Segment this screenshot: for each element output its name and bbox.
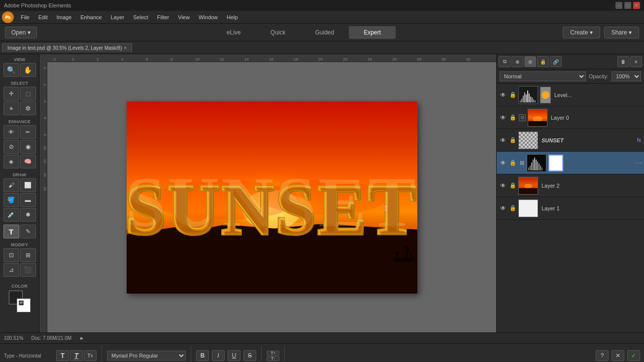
menu-filter[interactable]: Filter <box>153 13 173 22</box>
layer-visibility-toggle[interactable]: 👁 <box>499 181 508 190</box>
layer-row[interactable]: 👁 🔒 <box>497 174 644 197</box>
layer-visibility-toggle[interactable]: 👁 <box>499 204 508 213</box>
modify-tools-2: ⊿ ⬛ <box>2 263 37 277</box>
doc-tab[interactable]: Image in text.psd @ 30.5% (Levels 2, Lay… <box>2 43 132 52</box>
bold-button[interactable]: B <box>196 350 209 361</box>
type-subscript-btn[interactable]: Tx <box>84 350 97 361</box>
ruler-tick-v: 14 <box>43 173 47 177</box>
type-italic-btn[interactable]: T <box>70 350 83 361</box>
clone-tool[interactable]: ⊘ <box>3 140 19 154</box>
italic-button[interactable]: I <box>212 350 225 361</box>
layer-visibility-toggle[interactable]: 👁 <box>499 91 508 99</box>
ruler-tick-v: 4 <box>43 100 47 102</box>
magic-wand-tool[interactable]: ✲ <box>20 101 36 115</box>
eraser-tool[interactable]: ⬜ <box>20 178 36 192</box>
recompose-tool[interactable]: ⊞ <box>20 248 36 262</box>
status-arrow[interactable]: ► <box>79 335 84 341</box>
panel-tool-1[interactable]: ⧉ <box>499 56 510 67</box>
help-button[interactable]: ? <box>596 350 609 361</box>
lasso-tool[interactable]: ⌖ <box>3 101 19 115</box>
paint-tool[interactable]: ✎ <box>20 225 36 238</box>
layer-row[interactable]: 👁 🔒 SUNSET fx <box>497 129 644 152</box>
blend-mode-select[interactable]: Normal Dissolve Multiply Screen Overlay <box>500 71 586 81</box>
paint-bucket-tool[interactable]: 🪣 <box>3 193 19 207</box>
doc-tab-close[interactable]: × <box>124 45 127 51</box>
panel-tool-5[interactable]: 🔗 <box>550 56 562 67</box>
layer-visibility-toggle[interactable]: 👁 <box>499 136 508 145</box>
blur-tool[interactable]: ◉ <box>20 140 36 154</box>
type-regular-btn[interactable]: T <box>56 350 69 361</box>
layer-row[interactable]: 👁 🔒 <box>497 84 644 106</box>
panel-tool-4[interactable]: 🔒 <box>537 56 549 67</box>
hand-tool[interactable]: ✋ <box>20 63 36 77</box>
share-button[interactable]: Share ▾ <box>604 27 639 38</box>
layer-lock-icon[interactable]: 🔒 <box>509 91 517 99</box>
brush-tool[interactable]: 🖌 <box>3 178 19 192</box>
cancel-type-button[interactable]: ✕ <box>611 350 624 361</box>
content-tool[interactable]: ⬛ <box>20 263 36 277</box>
panel-tool-3[interactable]: ⊘ <box>524 56 536 67</box>
maximize-button[interactable]: □ <box>624 2 631 9</box>
menu-help[interactable]: Help <box>223 13 242 22</box>
tab-quick[interactable]: Quick <box>256 26 301 39</box>
layer-lock-icon[interactable]: 🔒 <box>509 159 517 167</box>
zoom-tool[interactable]: 🔍 <box>3 63 19 77</box>
image-canvas[interactable]: SUNSET <box>127 101 417 294</box>
tab-guided[interactable]: Guided <box>300 26 349 39</box>
layer-visibility-toggle[interactable]: 👁 <box>499 113 508 122</box>
panel-tool-2[interactable]: ⊕ <box>511 56 523 67</box>
minimize-button[interactable]: − <box>615 2 622 9</box>
ruler-tick: 4 <box>121 57 123 62</box>
opacity-select[interactable]: 100% 75% 50% 25% <box>611 71 641 81</box>
layer-lock-icon[interactable]: 🔒 <box>509 136 517 144</box>
layer-row-active[interactable]: 👁 🔒 ⛓ <box>497 152 644 174</box>
superscript-btn[interactable]: T+ <box>267 351 279 356</box>
panel-more-button[interactable]: ≡ <box>630 56 642 67</box>
menu-layer[interactable]: Layer <box>107 13 129 22</box>
layer-row[interactable]: 👁 🔒 Layer 1 <box>497 197 644 220</box>
close-button[interactable]: ✕ <box>633 2 640 9</box>
spot-heal-tool[interactable]: ✏ <box>20 125 36 139</box>
font-family-select[interactable]: Myriad Pro Regular <box>107 351 186 361</box>
layer-lock-icon[interactable]: 🔒 <box>509 114 517 122</box>
straighten-tool[interactable]: ⊿ <box>3 263 19 277</box>
move-tool[interactable]: ✛ <box>3 87 19 100</box>
tool-label: Type - Horizontal <box>4 353 53 359</box>
layer-visibility-toggle[interactable]: 👁 <box>499 159 508 167</box>
menu-select[interactable]: Select <box>129 13 152 22</box>
menu-enhance[interactable]: Enhance <box>76 13 105 22</box>
sponge-tool[interactable]: ◈ <box>3 155 19 168</box>
strikethrough-button[interactable]: S <box>243 350 256 361</box>
type-tool[interactable]: T <box>3 225 19 238</box>
crop-tool[interactable]: ⊡ <box>3 248 19 262</box>
swap-colors-icon[interactable]: ⇄ <box>19 300 24 305</box>
open-button[interactable]: Open ▾ <box>5 27 37 38</box>
commit-type-button[interactable]: ✓ <box>627 350 640 361</box>
shape-tool[interactable]: ▬ <box>20 193 36 207</box>
layer-row[interactable]: 👁 🔒 ⊡ <box>497 106 644 129</box>
tab-elive[interactable]: eLive <box>212 26 256 39</box>
delete-layer-button[interactable]: 🗑 <box>617 56 629 67</box>
tab-expert[interactable]: Expert <box>349 26 396 39</box>
menu-view[interactable]: View <box>174 13 194 22</box>
subscript-btn[interactable]: T- <box>267 356 279 361</box>
menu-image[interactable]: Image <box>53 13 76 22</box>
underline-button[interactable]: U <box>228 350 240 361</box>
menu-edit[interactable]: Edit <box>34 13 52 22</box>
enhance-tools-3: ◈ 🧠 <box>2 155 37 168</box>
layer-lock-icon[interactable]: 🔒 <box>509 204 517 212</box>
red-eye-tool[interactable]: 👁 <box>3 125 19 139</box>
type-tools: T ✎ <box>2 225 37 238</box>
menu-window[interactable]: Window <box>195 13 222 22</box>
menu-file[interactable]: File <box>17 13 34 22</box>
layer-more-button[interactable]: ⋯ <box>635 159 642 167</box>
app-logo: Ps <box>2 11 14 23</box>
create-button[interactable]: Create ▾ <box>563 27 600 38</box>
custom-shape-tool[interactable]: ✱ <box>20 208 36 222</box>
marquee-tool[interactable]: ⬚ <box>20 87 36 100</box>
eyedropper-tool[interactable]: 💉 <box>3 208 19 222</box>
color-section: COLOR ⇄ <box>2 282 37 314</box>
layer-lock-icon[interactable]: 🔒 <box>509 182 517 190</box>
ruler-tick-v: 16 <box>43 187 47 191</box>
smudge-tool[interactable]: 🧠 <box>20 155 36 168</box>
